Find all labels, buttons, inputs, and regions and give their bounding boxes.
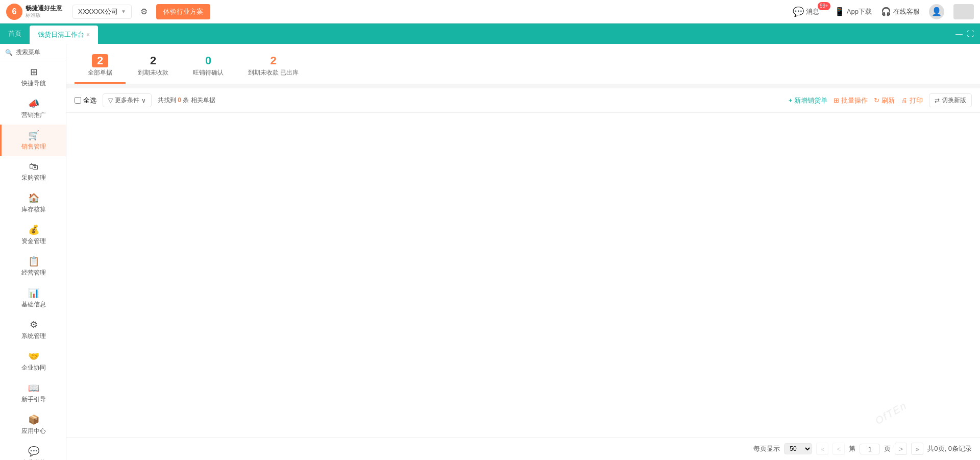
business-icon: 📋 xyxy=(28,256,39,267)
sidebar-item-business[interactable]: 📋 经营管理 xyxy=(0,251,66,282)
avatar[interactable]: 👤 xyxy=(929,4,944,19)
maximize-icon[interactable]: ⛶ xyxy=(967,30,974,38)
message-button[interactable]: 💬 消息 99+ xyxy=(793,6,825,17)
purchase-icon: 🛍 xyxy=(29,161,38,172)
tab-home[interactable]: 首页 xyxy=(0,23,30,44)
sidebar-item-enterprise[interactable]: 🤝 企业协同 xyxy=(0,346,66,377)
stat-tab-all[interactable]: 2 全部单据 xyxy=(75,50,126,84)
sidebar: 🔍 搜索菜单 ⊞ 快捷导航 📣 营销推广 🛒 销售管理 🛍 采购管理 🏠 库存核… xyxy=(0,44,66,460)
last-page-button[interactable]: » xyxy=(911,443,923,455)
switch-button[interactable]: ⇄ 切换新版 xyxy=(929,93,972,107)
main-layout: 🔍 搜索菜单 ⊞ 快捷导航 📣 营销推广 🛒 销售管理 🛍 采购管理 🏠 库存核… xyxy=(0,44,980,460)
top-right: 💬 消息 99+ 📱 App下载 🎧 在线客服 👤 xyxy=(793,4,974,19)
overdue-count: 2 xyxy=(150,54,156,67)
service-icon: 🎧 xyxy=(881,7,891,16)
user-name-area xyxy=(953,4,974,19)
sidebar-item-purchase[interactable]: 🛍 采购管理 xyxy=(0,156,66,187)
table-area xyxy=(66,113,980,437)
batch-icon: ⊞ xyxy=(834,96,839,104)
pending-label: 旺铺待确认 xyxy=(193,68,224,77)
pending-count: 0 xyxy=(205,54,211,67)
all-label: 全部单据 xyxy=(88,68,112,77)
logo-icon: 6 xyxy=(6,4,22,20)
filter-button[interactable]: ▽ 更多条件 ∨ xyxy=(103,93,152,107)
basic-info-icon: 📊 xyxy=(28,287,39,299)
overdue-out-count: 2 xyxy=(271,54,277,67)
stat-tab-pending[interactable]: 0 旺铺待确认 xyxy=(181,50,236,84)
inventory-icon: 🏠 xyxy=(28,192,39,204)
sidebar-item-beginner[interactable]: 📖 新手引导 xyxy=(0,377,66,409)
per-page-select[interactable]: 50 20 100 xyxy=(784,443,812,454)
message-icon: 💬 xyxy=(793,6,804,17)
sidebar-item-sales[interactable]: 🛒 销售管理 xyxy=(0,125,66,156)
toolbar: 全选 ▽ 更多条件 ∨ 共找到 0 条 相关单据 + 新增销货单 ⊞ 批量操作 xyxy=(66,88,980,113)
print-icon: 🖨 xyxy=(901,96,908,104)
sidebar-item-app-center[interactable]: 📦 应用中心 xyxy=(0,409,66,441)
stats-tabs: 2 全部单据 2 到期未收款 0 旺铺待确认 2 到期未收款 已出库 xyxy=(66,44,980,84)
all-count: 2 xyxy=(92,54,108,67)
refresh-button[interactable]: ↻ 刷新 xyxy=(874,96,895,105)
logo-title: 畅捷通好生意 xyxy=(26,5,62,12)
first-page-button[interactable]: « xyxy=(816,443,828,455)
company-selector[interactable]: XXXXXX公司 ▼ xyxy=(72,5,132,19)
beginner-icon: 📖 xyxy=(28,382,39,394)
new-sale-button[interactable]: + 新增销货单 xyxy=(789,96,827,105)
close-tab-icon[interactable]: × xyxy=(86,31,90,38)
message-label: 消息 xyxy=(806,7,819,16)
chevron-down-icon: ▼ xyxy=(121,9,126,14)
per-page-label: 每页显示 xyxy=(753,444,780,453)
sales-icon: 🛒 xyxy=(28,130,39,141)
page-input[interactable] xyxy=(860,444,880,454)
marketing-icon: 📣 xyxy=(28,98,39,109)
filter-icon: ▽ xyxy=(108,97,113,104)
sidebar-item-wechat[interactable]: 💬 企业微信 xyxy=(0,441,66,460)
search-icon: 🔍 xyxy=(5,49,13,56)
stat-tab-overdue-out[interactable]: 2 到期未收款 已出库 xyxy=(236,50,311,84)
sidebar-item-inventory[interactable]: 🏠 库存核算 xyxy=(0,187,66,219)
app-center-icon: 📦 xyxy=(28,414,39,425)
logo-area: 6 畅捷通好生意 标准版 xyxy=(6,4,72,20)
settings-icon[interactable]: ⚙ xyxy=(136,4,152,20)
experience-button[interactable]: 体验行业方案 xyxy=(156,4,210,19)
batch-op-button[interactable]: ⊞ 批量操作 xyxy=(834,96,868,105)
search-menu-button[interactable]: 🔍 搜索菜单 xyxy=(0,44,66,61)
print-button[interactable]: 🖨 打印 xyxy=(901,96,923,105)
overdue-label: 到期未收款 xyxy=(138,68,168,77)
system-icon: ⚙ xyxy=(30,319,38,330)
minimize-icon[interactable]: — xyxy=(955,30,963,38)
stat-tab-overdue[interactable]: 2 到期未收款 xyxy=(126,50,181,84)
pagination-bar: 每页显示 50 20 100 « < 第 页 > » 共0页, 0条记录 xyxy=(66,437,980,460)
download-icon: 📱 xyxy=(835,7,845,16)
logo-subtitle: 标准版 xyxy=(26,12,62,18)
sidebar-item-system[interactable]: ⚙ 系统管理 xyxy=(0,314,66,346)
enterprise-icon: 🤝 xyxy=(28,351,39,362)
select-all-checkbox[interactable]: 全选 xyxy=(75,96,96,105)
checkbox-all[interactable] xyxy=(75,97,81,104)
page-unit: 页 xyxy=(884,444,891,453)
overdue-out-label: 到期未收款 已出库 xyxy=(248,68,299,77)
sidebar-item-marketing[interactable]: 📣 营销推广 xyxy=(0,93,66,125)
quick-nav-icon: ⊞ xyxy=(30,66,38,78)
sidebar-item-finance[interactable]: 💰 资金管理 xyxy=(0,219,66,251)
sidebar-item-basic-info[interactable]: 📊 基础信息 xyxy=(0,282,66,314)
tab-workbench[interactable]: 钱货日清工作台 × xyxy=(30,26,98,44)
online-service-button[interactable]: 🎧 在线客服 xyxy=(881,7,920,16)
found-count: 0 xyxy=(178,96,181,104)
found-text: 共找到 0 条 相关单据 xyxy=(158,96,215,105)
finance-icon: 💰 xyxy=(28,224,39,235)
window-controls: — ⛶ xyxy=(955,23,980,44)
sidebar-item-quick-nav[interactable]: ⊞ 快捷导航 xyxy=(0,61,66,93)
toolbar-right: + 新增销货单 ⊞ 批量操作 ↻ 刷新 🖨 打印 ⇄ 切换新版 xyxy=(789,93,972,107)
message-badge: 99+ xyxy=(818,2,830,10)
top-bar: 6 畅捷通好生意 标准版 XXXXXX公司 ▼ ⚙ 体验行业方案 💬 消息 99… xyxy=(0,0,980,23)
refresh-icon: ↻ xyxy=(874,96,879,104)
switch-icon: ⇄ xyxy=(935,97,940,104)
nav-tabs: 首页 钱货日清工作台 × — ⛶ xyxy=(0,23,980,44)
total-label: 共0页, 0条记录 xyxy=(927,444,972,453)
wechat-icon: 💬 xyxy=(28,446,39,457)
page-label: 第 xyxy=(849,444,855,453)
content-area: 2 全部单据 2 到期未收款 0 旺铺待确认 2 到期未收款 已出库 全选 xyxy=(66,44,980,460)
prev-page-button[interactable]: < xyxy=(832,443,845,455)
next-page-button[interactable]: > xyxy=(895,443,907,455)
app-download-button[interactable]: 📱 App下载 xyxy=(835,7,872,16)
